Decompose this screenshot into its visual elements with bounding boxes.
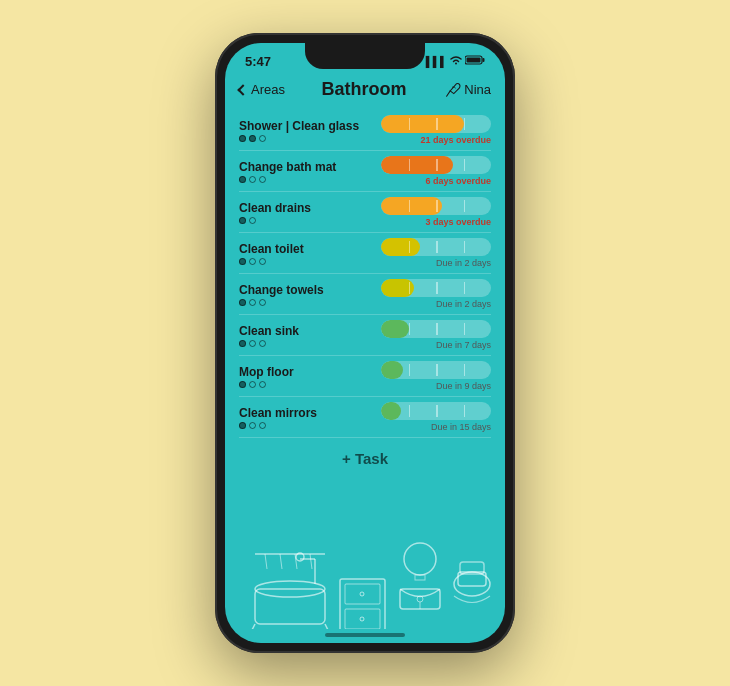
task-dot xyxy=(249,135,256,142)
task-name: Clean mirrors xyxy=(239,406,317,420)
task-dot xyxy=(239,176,246,183)
task-item[interactable]: Change towelsDue in 2 days xyxy=(239,274,491,315)
task-dots xyxy=(239,176,336,183)
progress-fill xyxy=(381,197,442,215)
task-name: Change towels xyxy=(239,283,324,297)
task-dot xyxy=(249,422,256,429)
task-dot xyxy=(239,422,246,429)
bottom-illustration xyxy=(225,523,505,643)
progress-fill xyxy=(381,156,453,174)
task-right: Due in 15 days xyxy=(381,402,491,432)
task-dots xyxy=(239,258,304,265)
task-right: Due in 9 days xyxy=(381,361,491,391)
task-left: Clean drains xyxy=(239,201,311,224)
add-task-button[interactable]: + Task xyxy=(225,438,505,479)
task-left: Clean toilet xyxy=(239,242,304,265)
task-left: Clean sink xyxy=(239,324,299,347)
svg-point-19 xyxy=(360,617,364,621)
phone-frame: 5:47 ▌▌▌ xyxy=(215,33,515,653)
home-indicator[interactable] xyxy=(325,633,405,637)
task-status: Due in 2 days xyxy=(436,299,491,309)
task-name: Shower | Clean glass xyxy=(239,119,359,133)
task-item[interactable]: Clean toiletDue in 2 days xyxy=(239,233,491,274)
task-right: 21 days overdue xyxy=(381,115,491,145)
task-status: 21 days overdue xyxy=(420,135,491,145)
back-button[interactable]: Areas xyxy=(239,82,285,97)
task-right: Due in 7 days xyxy=(381,320,491,350)
task-dot xyxy=(239,217,246,224)
signal-icon: ▌▌▌ xyxy=(426,56,447,67)
battery-icon xyxy=(465,55,485,67)
task-left: Mop floor xyxy=(239,365,294,388)
task-left: Clean mirrors xyxy=(239,406,317,429)
user-button[interactable]: Nina xyxy=(443,81,491,99)
task-status: 6 days overdue xyxy=(425,176,491,186)
svg-line-11 xyxy=(265,554,267,569)
task-dots xyxy=(239,299,324,306)
task-dot xyxy=(249,299,256,306)
bathroom-illustration xyxy=(235,529,495,629)
task-left: Change towels xyxy=(239,283,324,306)
task-item[interactable]: Clean sinkDue in 7 days xyxy=(239,315,491,356)
task-item[interactable]: Clean mirrorsDue in 15 days xyxy=(239,397,491,438)
task-dot xyxy=(259,422,266,429)
progress-bar xyxy=(381,279,491,297)
task-left: Shower | Clean glass xyxy=(239,119,359,142)
task-dot xyxy=(249,381,256,388)
svg-line-6 xyxy=(325,624,330,629)
task-name: Clean sink xyxy=(239,324,299,338)
progress-fill xyxy=(381,115,464,133)
progress-bar xyxy=(381,197,491,215)
task-dot xyxy=(239,381,246,388)
task-dots xyxy=(239,217,311,224)
task-item[interactable]: Shower | Clean glass21 days overdue xyxy=(239,110,491,151)
progress-bar xyxy=(381,115,491,133)
task-dot xyxy=(249,176,256,183)
svg-line-12 xyxy=(280,554,282,569)
wifi-icon xyxy=(450,55,462,67)
progress-fill xyxy=(381,320,409,338)
bird-icon xyxy=(443,81,461,99)
svg-point-25 xyxy=(454,572,490,596)
task-dots xyxy=(239,381,294,388)
task-left: Change bath mat xyxy=(239,160,336,183)
svg-line-5 xyxy=(250,624,255,629)
task-list: Shower | Clean glass21 days overdueChang… xyxy=(225,106,505,438)
progress-bar xyxy=(381,361,491,379)
nav-bar: Areas Bathroom Nina xyxy=(225,75,505,106)
progress-bar xyxy=(381,156,491,174)
status-icons: ▌▌▌ xyxy=(426,55,485,67)
task-dots xyxy=(239,135,359,142)
task-right: Due in 2 days xyxy=(381,238,491,268)
progress-fill xyxy=(381,279,414,297)
notch xyxy=(305,43,425,69)
user-name: Nina xyxy=(464,82,491,97)
task-name: Mop floor xyxy=(239,365,294,379)
progress-fill xyxy=(381,361,403,379)
task-dot xyxy=(249,340,256,347)
progress-bar xyxy=(381,320,491,338)
svg-rect-1 xyxy=(483,58,485,62)
task-item[interactable]: Clean drains3 days overdue xyxy=(239,192,491,233)
task-name: Change bath mat xyxy=(239,160,336,174)
back-label: Areas xyxy=(251,82,285,97)
task-dot xyxy=(259,176,266,183)
task-dot xyxy=(259,258,266,265)
task-dot xyxy=(259,340,266,347)
task-status: Due in 2 days xyxy=(436,258,491,268)
task-dot xyxy=(249,217,256,224)
svg-point-18 xyxy=(360,592,364,596)
task-dot xyxy=(239,340,246,347)
progress-bar xyxy=(381,402,491,420)
svg-point-20 xyxy=(404,543,436,575)
task-item[interactable]: Change bath mat6 days overdue xyxy=(239,151,491,192)
task-dots xyxy=(239,340,299,347)
chevron-left-icon xyxy=(237,84,248,95)
task-dot xyxy=(239,135,246,142)
task-name: Clean toilet xyxy=(239,242,304,256)
add-task-label: + Task xyxy=(342,450,388,467)
task-right: Due in 2 days xyxy=(381,279,491,309)
task-dots xyxy=(239,422,317,429)
task-item[interactable]: Mop floorDue in 9 days xyxy=(239,356,491,397)
task-name: Clean drains xyxy=(239,201,311,215)
